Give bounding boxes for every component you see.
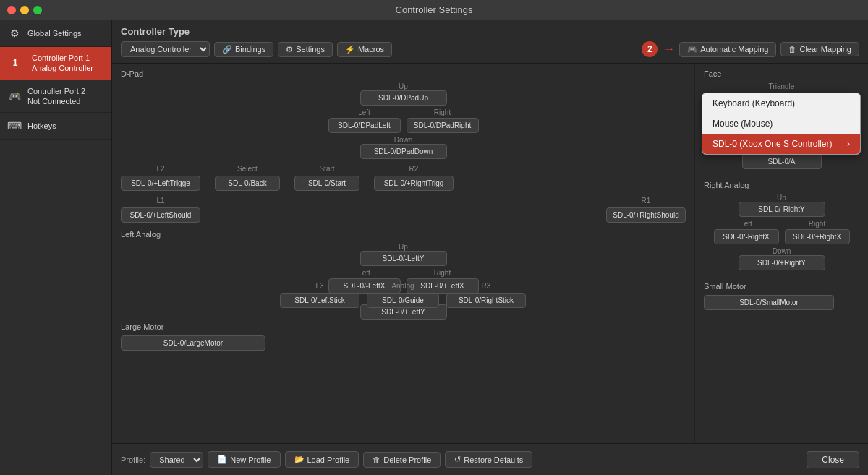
controller-type-select[interactable]: Analog Controller (121, 41, 210, 57)
l1-label: L1 (156, 197, 164, 205)
sidebar-item-port1[interactable]: 1 Controller Port 1Analog Controller (0, 47, 111, 80)
r2-col: R2 SDL-0/+RightTrigg (374, 165, 454, 191)
l1-col: L1 SDL-0/+LeftShould (121, 197, 200, 223)
r3-label: R3 (482, 282, 491, 290)
dpad-up-row: Up (399, 82, 408, 90)
face-section-title: Face (704, 69, 859, 78)
large-motor-button[interactable]: SDL-0/LargeMotor (121, 335, 265, 351)
left-analog-title: Left Analog (121, 230, 686, 239)
auto-mapping-button[interactable]: 🎮 Automatic Mapping (679, 42, 776, 57)
la-right-label: Right (434, 269, 451, 277)
sidebar-label-global: Global Settings (27, 28, 82, 38)
dropdown-item-keyboard[interactable]: Keyboard (Keyboard) (702, 93, 860, 114)
start-button[interactable]: SDL-0/Start (294, 176, 359, 191)
cross-button[interactable]: SDL-0/A (742, 154, 822, 169)
restore-icon: ↺ (454, 455, 461, 464)
l1r1-row: L1 SDL-0/+LeftShould R1 SDL-0/+RightShou… (121, 197, 686, 223)
right-analog-title: Right Analog (704, 181, 859, 189)
restore-defaults-button[interactable]: ↺ Restore Defaults (445, 451, 532, 468)
r3-col: R3 SDL-0/RightStick (446, 282, 526, 308)
sidebar-item-global[interactable]: ⚙ Global Settings (0, 20, 111, 47)
profile-select[interactable]: Shared (150, 452, 203, 468)
gear-icon: ⚙ (7, 26, 22, 40)
port1-badge: 1 (7, 55, 23, 71)
select-label: Select (237, 165, 258, 173)
macros-button[interactable]: ⚡ Macros (337, 42, 392, 57)
load-profile-icon: 📂 (294, 455, 305, 464)
dpad-right-label: Right (434, 108, 451, 116)
dpad-down-label: Down (394, 136, 413, 144)
sidebar: ⚙ Global Settings 1 Controller Port 1Ana… (0, 20, 112, 475)
dpad-up-button[interactable]: SDL-0/DPadUp (360, 90, 447, 106)
analog-col: Analog SDL-0/Guide (367, 282, 439, 308)
small-motor-title: Small Motor (704, 282, 859, 291)
r1-button[interactable]: SDL-0/+RightShould (606, 207, 686, 223)
r2-button[interactable]: SDL-0/+RightTrigg (374, 176, 454, 191)
ra-down-button[interactable]: SDL-0/+RightY (739, 255, 825, 270)
select-button[interactable]: SDL-0/Back (215, 176, 280, 191)
large-motor-section: Large Motor SDL-0/LargeMotor (121, 322, 686, 351)
ra-down-label: Down (773, 247, 791, 255)
l3-button[interactable]: SDL-0/LeftStick (280, 293, 359, 308)
auto-mapping-icon: 🎮 (687, 45, 697, 54)
dropdown-item-mouse[interactable]: Mouse (Mouse) (702, 114, 860, 134)
dpad-down-button[interactable]: SDL-0/DPadDown (360, 144, 447, 159)
close-button[interactable]: Close (807, 451, 859, 468)
la-up-button[interactable]: SDL-0/-LeftY (360, 251, 447, 266)
dpad-layout: Up SDL-0/DPadUp Left SDL-0/DPadLeft Righ… (121, 82, 686, 159)
sidebar-item-port2[interactable]: 🎮 Controller Port 2Not Connected (0, 80, 111, 114)
l1-button[interactable]: SDL-0/+LeftShould (121, 207, 200, 223)
clear-mapping-icon: 🗑 (788, 45, 796, 54)
dpad-down-row: Down (394, 136, 413, 144)
delete-profile-button[interactable]: 🗑 Delete Profile (363, 452, 441, 468)
load-profile-button[interactable]: 📂 Load Profile (285, 451, 359, 468)
footer: Profile: Shared 📄 New Profile 📂 Load Pro… (112, 443, 868, 475)
small-motor-button[interactable]: SDL-0/SmallMotor (704, 295, 834, 310)
ra-left-button[interactable]: SDL-0/-RightX (714, 229, 779, 244)
sidebar-item-hotkeys[interactable]: ⌨ Hotkeys (0, 113, 111, 140)
ra-up-label: Up (777, 194, 786, 202)
dropdown-item-sdl[interactable]: SDL-0 (Xbox One S Controller) › (702, 134, 860, 154)
gamepad-icon-port2: 🎮 (7, 89, 22, 103)
la-up-label: Up (399, 243, 408, 251)
r1-col: R1 SDL-0/+RightShould (606, 197, 686, 223)
analog-button[interactable]: SDL-0/Guide (367, 293, 439, 308)
new-profile-button[interactable]: 📄 New Profile (208, 451, 280, 468)
delete-profile-icon: 🗑 (373, 455, 380, 464)
large-motor-title: Large Motor (121, 322, 686, 331)
l2-button[interactable]: SDL-0/+LeftTrigge (121, 176, 200, 191)
left-analog-layout: Up SDL-0/-LeftY Left SDL-0/-LeftX Right (121, 243, 686, 320)
window-title: Controller Settings (396, 4, 473, 15)
window-controls (7, 6, 42, 14)
ra-right-button[interactable]: SDL-0/+RightX (785, 229, 850, 244)
ra-up-button[interactable]: SDL-0/-RightY (739, 202, 825, 217)
l2-label: L2 (156, 165, 164, 173)
clear-mapping-button[interactable]: 🗑 Clear Mapping (780, 42, 859, 56)
settings-button[interactable]: ⚙ Settings (278, 42, 333, 57)
la-left-label: Left (358, 269, 370, 277)
dpad-right-button[interactable]: SDL-0/DPadRight (407, 118, 479, 133)
triggers-row: L2 SDL-0/+LeftTrigge Select SDL-0/Back S… (121, 165, 686, 191)
dpad-left-label: Left (358, 108, 370, 116)
left-panel: D-Pad Up SDL-0/DPadUp Left SDL-0/DPadLef… (112, 64, 694, 443)
small-motor-section: Small Motor SDL-0/SmallMotor (704, 282, 859, 310)
l3-col: L3 SDL-0/LeftStick (280, 282, 359, 308)
controller-dropdown: Keyboard (Keyboard) Mouse (Mouse) SDL-0 … (702, 93, 861, 155)
dpad-left-button[interactable]: SDL-0/DPadLeft (328, 118, 401, 133)
macros-icon: ⚡ (345, 45, 355, 54)
minimize-window-button[interactable] (20, 6, 29, 14)
close-window-button[interactable] (7, 6, 16, 14)
red-arrow-icon: → (663, 43, 675, 56)
r3-button[interactable]: SDL-0/RightStick (446, 293, 526, 308)
l2-col: L2 SDL-0/+LeftTrigge (121, 165, 200, 191)
r1-label: R1 (642, 197, 651, 205)
maximize-window-button[interactable] (33, 6, 42, 14)
new-profile-icon: 📄 (217, 455, 227, 464)
bindings-button[interactable]: 🔗 Bindings (214, 42, 273, 57)
triangle-label: Triangle (769, 82, 795, 90)
center-buttons-section: L3 SDL-0/LeftStick Analog SDL-0/Guide R3… (280, 282, 686, 308)
toolbar: Analog Controller 🔗 Bindings ⚙ Settings … (121, 41, 859, 57)
main-content: ⚙ Global Settings 1 Controller Port 1Ana… (0, 20, 868, 475)
dpad-up-btn-row: SDL-0/DPadUp (360, 90, 447, 106)
settings-icon: ⚙ (286, 45, 293, 54)
